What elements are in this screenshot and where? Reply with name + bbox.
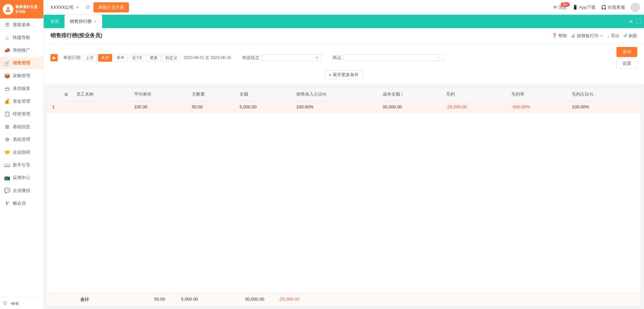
tabbar-actions: ✕ ⛶ xyxy=(629,18,644,25)
sidebar-item-system-label: 系统管理 xyxy=(13,137,30,143)
home-icon: ⌂ xyxy=(4,35,10,41)
date-range-display: 2023-06-01 至 2023-06-30 xyxy=(184,55,231,61)
app-label: App下载 xyxy=(579,4,596,10)
sidebar-item-guide[interactable]: 📖 新手引导 xyxy=(0,159,43,171)
status-filter-group: 单据状态 ▼ xyxy=(242,54,322,61)
status-select[interactable]: ▼ xyxy=(261,54,322,61)
date-options-group: 上月 本月 本年 近7天 更多 自定义 xyxy=(83,54,180,62)
goods-more-icon[interactable]: ··· xyxy=(438,56,441,60)
app-download-button[interactable]: 📱 App下载 xyxy=(572,4,596,10)
headset-icon: 🎧 xyxy=(601,5,606,10)
sidebar-item-member[interactable]: V 畅会员 xyxy=(0,197,43,210)
tab-close-icon[interactable]: ✕ xyxy=(94,19,97,24)
col-header-quantity: 主数量 xyxy=(188,88,235,101)
export-icon: ↓ xyxy=(607,33,610,38)
cell-num: 1 xyxy=(47,101,60,113)
svg-point-0 xyxy=(7,7,9,9)
col-header-name: 员工名称 xyxy=(72,88,130,101)
status-chevron-icon: ▼ xyxy=(315,56,319,60)
management-icon: 📋 xyxy=(4,111,10,117)
sidebar-item-inventory[interactable]: 🗃 库存核算 xyxy=(0,82,43,95)
sidebar-item-system[interactable]: ⚙ 系统管理 xyxy=(0,133,43,146)
col-cost-label: 成本全额 xyxy=(383,92,400,97)
settings-bottom-icon[interactable]: ⚙ xyxy=(3,300,7,306)
col-name-label: 员工名称 xyxy=(76,92,94,97)
sidebar-item-guide-label: 新手引导 xyxy=(13,162,30,168)
footer-amount: 5,000.00 xyxy=(177,297,207,303)
cost-help-icon[interactable]: ℹ xyxy=(401,92,402,96)
company-selector[interactable]: XXXXX公司 ▼ xyxy=(48,3,82,12)
filter-expand-arrow[interactable]: ▶ xyxy=(50,54,58,61)
message-icon: ✉ xyxy=(553,5,557,10)
sort-icon[interactable]: ↕ xyxy=(595,93,596,96)
table-spacer xyxy=(47,113,641,293)
date-btn-more[interactable]: 更多 xyxy=(147,54,161,62)
topbar-settings-icon[interactable]: ⚙ xyxy=(85,4,90,10)
sidebar-menu: ☰ 搜索菜单 ⌂ 快捷导航 📣 营销推广 🛒 销售管理 📦 采购管理 🗃 库存核… xyxy=(0,18,43,297)
guide-icon: 📖 xyxy=(4,162,10,168)
date-btn-current-month[interactable]: 本月 xyxy=(98,54,112,62)
print-label: 按模板打印 xyxy=(577,33,599,39)
help-button[interactable]: ❓ 帮助 xyxy=(552,33,567,39)
sidebar-item-wechat[interactable]: 💬 企业微信 xyxy=(0,184,43,197)
sales-icon: 🛒 xyxy=(4,60,10,66)
col-header-gross-pct: 毛利占比% ↕ xyxy=(568,88,641,101)
sidebar-item-nav[interactable]: ⌂ 快捷导航 xyxy=(0,31,43,44)
goods-select[interactable]: ··· xyxy=(343,54,444,61)
sidebar-item-finance[interactable]: 💰 资金管理 xyxy=(0,95,43,108)
trial-button[interactable]: 体验行业方案 xyxy=(93,2,129,12)
cell-sales-pct: 100.00% xyxy=(292,101,379,113)
message-button[interactable]: ✉ 消息 99+ xyxy=(553,4,567,10)
wechat-icon: 💬 xyxy=(4,188,10,194)
sidebar: 畅康通好生意 标准版 ☰ 搜索菜单 ⌂ 快捷导航 📣 营销推广 🛒 销售管理 📦… xyxy=(0,0,44,309)
export-button[interactable]: ↓ 导出 xyxy=(607,33,620,39)
tab-sales-rank[interactable]: 销售排行榜 ✕ xyxy=(65,15,102,28)
cell-gross: -25,000.00 xyxy=(442,101,508,113)
footer-quantity: 50.00 xyxy=(150,297,177,303)
sidebar-item-search[interactable]: ☰ 搜索菜单 xyxy=(0,18,43,31)
table-header-row: ⚙ 员工名称 平均单价 主数量 全额 xyxy=(47,88,641,101)
footer-sales-pct xyxy=(207,297,241,303)
sidebar-logo: 畅康通好生意 标准版 xyxy=(0,0,43,18)
sidebar-item-purchase-label: 采购管理 xyxy=(13,73,30,79)
status-filter-label: 单据状态 xyxy=(242,55,259,61)
finance-icon: 💰 xyxy=(4,98,10,104)
sidebar-item-management[interactable]: 📋 经营管理 xyxy=(0,108,43,120)
tab-sales-rank-label: 销售排行榜 xyxy=(70,18,92,24)
online-service-button[interactable]: 🎧 在线客服 xyxy=(601,4,625,10)
cell-avg-price: 100.00 xyxy=(130,101,188,113)
purchase-icon: 📦 xyxy=(4,73,10,79)
cell-gross-rate: -500.00% xyxy=(507,101,568,113)
close-tab-button[interactable]: ✕ xyxy=(629,18,633,25)
sidebar-item-basic[interactable]: ⊞ 基础信息 xyxy=(0,120,43,133)
query-button[interactable]: 查询 xyxy=(616,47,637,57)
table-footer: 合计 50.00 5,000.00 30,000.00 -25,000.00 xyxy=(47,293,641,306)
sidebar-item-collab[interactable]: 🤝 企业协同 xyxy=(0,146,43,159)
col-gross-rate-label: 毛利率 xyxy=(511,92,524,97)
col-amount-label: 全额 xyxy=(240,92,248,97)
sidebar-item-marketing[interactable]: 📣 营销推广 xyxy=(0,44,43,57)
message-badge: 99+ xyxy=(561,2,570,7)
refresh-button[interactable]: ↺ 刷新 xyxy=(624,33,637,39)
user-avatar[interactable] xyxy=(631,3,640,12)
sidebar-item-purchase[interactable]: 📦 采购管理 xyxy=(0,69,43,82)
footer-label xyxy=(51,297,64,303)
col-header-avg-price: 平均单价 xyxy=(130,88,188,101)
print-button[interactable]: 🖨 按模板打印 ▼ xyxy=(571,33,603,39)
sidebar-item-apps[interactable]: 📺 应用中心 xyxy=(0,171,43,184)
search-menu-icon: ☰ xyxy=(4,22,10,28)
collapse-icon[interactable]: ◀◀ xyxy=(10,300,18,306)
sidebar-item-sales[interactable]: 🛒 销售管理 xyxy=(0,57,43,69)
maximize-button[interactable]: ⛶ xyxy=(636,18,641,24)
filter-settings-button[interactable]: 设置 xyxy=(616,58,637,68)
basic-icon: ⊞ xyxy=(4,124,10,130)
date-btn-custom[interactable]: 自定义 xyxy=(162,54,180,62)
date-btn-current-year[interactable]: 本年 xyxy=(114,54,128,62)
expand-more-button[interactable]: ▾ 展开更多条件 xyxy=(325,70,363,79)
col-header-setting[interactable]: ⚙ xyxy=(60,88,72,101)
marketing-icon: 📣 xyxy=(4,47,10,53)
date-btn-7days[interactable]: 近7天 xyxy=(129,54,145,62)
tab-home[interactable]: 首页 xyxy=(45,15,65,28)
expand-chevron-icon: ▾ xyxy=(329,72,331,78)
date-btn-prev-month[interactable]: 上月 xyxy=(83,54,97,62)
